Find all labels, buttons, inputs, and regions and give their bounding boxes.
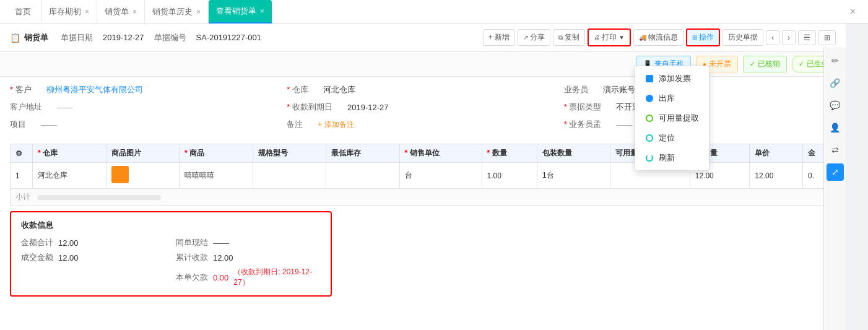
tab-bar: 首页 库存期初 × 销货单 × 销货单历史 × 查看销货单 × × [0, 0, 868, 24]
side-icon-user[interactable]: 👤 [827, 119, 844, 136]
project-value: —— [41, 120, 57, 129]
action-bar: 📱 来自手机 ● 未开票 ✓ 已核销 ✓ 已生效 [0, 52, 846, 77]
logistics-button[interactable]: 🚚 物流信息 [633, 29, 684, 46]
share-button[interactable]: ↗ 分享 [518, 29, 550, 46]
add-invoice-icon [645, 74, 654, 83]
tab-sales-order[interactable]: 销货单 × [97, 0, 145, 24]
staff-label: 业务员 [564, 84, 588, 95]
row-min-stock [326, 163, 400, 189]
note-field: 备注 添加备注 [287, 119, 558, 130]
ticket-type-label: 票据类型 [564, 102, 602, 113]
tab-close-history[interactable]: × [196, 7, 201, 16]
cumulative-label: 累计收款 [176, 252, 208, 263]
due-amount-row: 本单欠款 0.00 （收款到期日: 2019-12-27） [176, 267, 321, 288]
form-row-2: 客户地址 —— 收款到期日 2019-12-27 票据类型 不开票 [10, 102, 836, 113]
col-image: 商品图片 [106, 144, 180, 163]
row-unit-price: 12.00 [750, 163, 803, 189]
row-num: 1 [11, 163, 33, 189]
same-order-row: 同单现结 —— [176, 237, 321, 248]
table-wrapper: ⚙ 仓库 商品图片 商品 规格型号 最低库存 销售单位 数量 包装数量 可用量 … [0, 144, 846, 206]
total-value: 12.00 [58, 238, 79, 248]
tab-sales-history[interactable]: 销货单历史 × [145, 0, 209, 24]
form-section: 客户 柳州粤港平安气体有限公司 仓库 河北仓库 业务员 演示账号 客户地址 —— [0, 77, 846, 144]
tab-close-inventory[interactable]: × [85, 7, 89, 16]
warehouse-value: 河北仓库 [323, 84, 355, 95]
subtotal-label: 小计 [11, 189, 836, 206]
right-panel: ✏ 🔗 💬 👤 ⇄ ⤢ [823, 47, 846, 330]
row-warehouse: 河北仓库 [33, 163, 106, 189]
add-note-button[interactable]: 添加备注 [318, 119, 354, 130]
customer-field: 客户 柳州粤港平安气体有限公司 [10, 84, 282, 95]
customer-label: 客户 [10, 84, 32, 95]
dropdown-item-available[interactable]: 可用量提取 [635, 108, 709, 128]
row-spec [253, 163, 326, 189]
product-thumbnail [111, 166, 129, 183]
payment-date-field: 收款到期日 2019-12-27 [287, 102, 558, 113]
row-qty: 1.00 [482, 163, 537, 189]
customer-value[interactable]: 柳州粤港平安气体有限公司 [46, 84, 143, 95]
cumulative-row: 累计收款 12.00 [176, 252, 321, 263]
side-icon-edit[interactable]: ✏ [827, 52, 844, 69]
form-row-3: 项目 —— 备注 添加备注 业务员孟 —— [10, 119, 836, 130]
date-value: 2019-12-27 [103, 33, 144, 42]
col-product: 商品 [180, 144, 253, 163]
address-value: —— [57, 103, 73, 112]
tab-home[interactable]: 首页 [5, 0, 41, 24]
payment-info-box: 收款信息 金额合计 12.00 同单现结 —— 成交金额 12.00 累计收款 … [10, 211, 332, 297]
side-icon-link[interactable]: 🔗 [827, 74, 844, 92]
tab-close-sales[interactable]: × [132, 7, 137, 16]
print-button[interactable]: 🖨 打印 ▼ [588, 28, 631, 46]
new-button[interactable]: + 新增 [483, 29, 515, 46]
side-icon-comment[interactable]: 💬 [827, 97, 844, 114]
dropdown-item-locate[interactable]: 定位 [635, 128, 709, 148]
dropdown-item-outbound[interactable]: 出库 [635, 89, 709, 108]
doc-meta: 单据日期 2019-12-27 单据编号 SA-20191227-001 [61, 32, 261, 43]
view-list-button[interactable]: ☰ [798, 30, 816, 45]
operations-dropdown: 添加发票 出库 可用量提取 定位 [635, 66, 710, 171]
window-close-button[interactable]: × [843, 6, 863, 17]
payment-date-value: 2019-12-27 [347, 103, 389, 112]
side-icon-transfer[interactable]: ⇄ [827, 141, 844, 158]
toolbar: + 新增 ↗ 分享 ⧉ 复制 🖨 打印 ▼ 🚚 物流信息 [483, 28, 836, 46]
deal-amount-row: 成交金额 12.00 [21, 252, 166, 263]
col-warehouse: 仓库 [33, 144, 106, 163]
side-icon-expand[interactable]: ⤢ [827, 163, 844, 181]
copy-button[interactable]: ⧉ 复制 [553, 29, 585, 46]
total-row: 金额合计 12.00 [21, 237, 166, 248]
due-amount-value: 0.00 [213, 273, 228, 282]
nav-next-button[interactable]: › [782, 30, 796, 45]
col-min-stock: 最低库存 [326, 144, 400, 163]
staff-value: 演示账号 [603, 84, 635, 95]
confirm-button[interactable]: ✓ 已核销 [743, 56, 787, 72]
tab-inventory-init[interactable]: 库存期初 × [41, 0, 97, 24]
due-amount-label: 本单欠款 [176, 272, 208, 283]
dropdown-item-add-invoice[interactable]: 添加发票 [635, 69, 709, 89]
view-grid-button[interactable]: ⊞ [818, 30, 836, 45]
warehouse-label: 仓库 [287, 84, 308, 95]
deal-amount-value: 12.00 [58, 253, 79, 263]
scrollbar[interactable] [37, 195, 161, 200]
number-label: 单据编号 [154, 32, 186, 43]
col-pack-qty: 包装数量 [537, 144, 610, 163]
cumulative-value: 12.00 [213, 253, 233, 263]
due-note: （收款到期日: 2019-12-27） [233, 267, 321, 288]
tab-close-view-sales[interactable]: × [260, 7, 264, 15]
available-icon [645, 114, 654, 123]
total-label: 金额合计 [21, 237, 53, 248]
nav-prev-button[interactable]: ‹ [766, 30, 779, 45]
data-table: ⚙ 仓库 商品图片 商品 规格型号 最低库存 销售单位 数量 包装数量 可用量 … [10, 144, 836, 206]
same-order-value: —— [213, 238, 229, 248]
date-label: 单据日期 [61, 32, 93, 43]
history-button[interactable]: 历史单据 [723, 29, 763, 46]
operations-button[interactable]: ⊞ 操作 [686, 28, 720, 46]
locate-icon [645, 134, 654, 142]
table-header-row: ⚙ 仓库 商品图片 商品 规格型号 最低库存 销售单位 数量 包装数量 可用量 … [11, 144, 836, 163]
payment-date-label: 收款到期日 [287, 102, 332, 113]
tab-view-sales[interactable]: 查看销货单 × [209, 0, 272, 24]
dropdown-item-refresh[interactable]: 刷新 [635, 148, 709, 168]
note-label: 备注 [287, 119, 303, 130]
col-settings[interactable]: ⚙ [11, 144, 33, 163]
address-label: 客户地址 [10, 102, 42, 113]
address-field: 客户地址 —— [10, 102, 282, 113]
project-label: 项目 [10, 119, 26, 130]
